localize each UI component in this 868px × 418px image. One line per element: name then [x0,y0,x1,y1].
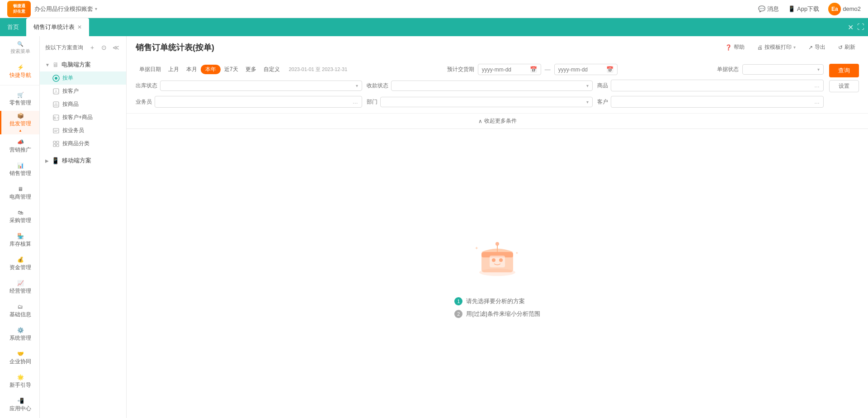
department-select[interactable]: ▾ [380,97,593,107]
out-status-select[interactable]: ▾ [160,81,362,91]
out-status-label: 出库状态 [136,82,157,90]
query-btn[interactable]: 查询 [829,64,859,77]
sales-icon: 📊 [17,162,24,169]
tree-parent-mobile[interactable]: ▶ 📱 移动端方案 [40,154,126,167]
tree-child-by-category[interactable]: 按商品分类 [40,137,126,150]
collapse-bar[interactable]: ∧ 收起更多条件 [127,113,868,128]
sidebar-item-sales[interactable]: 📊 销售管理 [0,158,39,181]
marketing-icon: 📣 [17,139,24,145]
sidebar-item-purchase[interactable]: 🛍 采购管理 [0,205,39,228]
date-7days-btn[interactable]: 近7天 [221,65,242,74]
sidebar-system-label: 系统管理 [9,334,31,342]
goods-label: 商品 [597,82,608,90]
status-select[interactable]: ▾ [742,64,824,75]
message-icon: 💬 [758,5,765,12]
sidebar-item-retail[interactable]: 🛒 零售管理 [0,87,39,111]
sidebar-app-center-label: 应用中心 [9,405,31,413]
panel-collapse-btn[interactable]: ≪ [111,43,121,52]
sidebar-search[interactable]: 🔍 搜索菜单 [0,36,39,60]
refresh-icon: ↺ [838,44,843,51]
settings-btn[interactable]: 设置 [829,80,859,92]
empty-steps: 1 请先选择要分析的方案 2 用[过滤]条件来缩小分析范围 [454,297,540,318]
panel-header-actions: + ⊙ ≪ [87,43,121,52]
tree-child-by-goods-label: 按商品 [62,100,79,108]
tab-close-icon[interactable]: ✕ [77,24,82,30]
tree-child-by-goods[interactable]: 品 按商品 [40,98,126,111]
tab-home[interactable]: 首页 [0,18,26,36]
date-custom-btn[interactable]: 自定义 [260,65,283,74]
svg-rect-13 [53,144,56,147]
empty-step-1-text: 请先选择要分析的方案 [466,297,525,305]
sidebar-item-guide[interactable]: 🌟 新手引导 [0,370,39,393]
date-last-month-btn[interactable]: 上月 [165,65,183,74]
username: demo2 [843,5,861,12]
tab-close-window-icon[interactable]: ✕ [848,23,854,32]
svg-text:品: 品 [54,103,58,107]
calendar-icon-2[interactable]: 📅 [606,66,613,73]
sidebar-item-app-center[interactable]: 📲 应用中心 [0,393,39,417]
goods-col: 商品 … [597,80,824,91]
basic-icon: 🗂 [18,304,23,310]
sidebar-item-ecomm[interactable]: 🖥 电商管理 [0,181,39,205]
svg-point-20 [499,258,503,262]
customer-more-icon[interactable]: … [814,99,820,105]
expected-date-to[interactable]: 📅 [554,64,618,75]
goods-more-icon[interactable]: … [814,82,820,89]
tree-child-by-salesperson[interactable]: 按业务员 [40,124,126,137]
export-icon: ↗ [808,44,813,51]
app-title: 办公用品行业模拟账套 [34,5,93,13]
date-quick-btns: 上月 本月 本年 近7天 更多 自定义 [165,65,283,74]
message-btn[interactable]: 💬 消息 [758,5,779,13]
tab-sales-stat[interactable]: 销售订单统计表 ✕ [26,18,89,36]
date-this-year-btn[interactable]: 本年 [201,65,221,74]
date-this-month-btn[interactable]: 本月 [183,65,201,74]
sidebar-item-enterprise[interactable]: 🤝 企业协同 [0,346,39,370]
svg-rect-18 [490,256,505,267]
sidebar-item-marketing[interactable]: 📣 营销推广 [0,134,39,158]
payment-status-select[interactable]: ▾ [391,81,593,91]
department-arrow-icon: ▾ [586,100,589,104]
tree-child-by-customer[interactable]: 人 按客户 [40,85,126,98]
panel-settings-btn[interactable]: ⊙ [99,43,109,52]
payment-status-col: 收款状态 ▾ [367,80,593,91]
sidebar-item-operation[interactable]: 📈 经营管理 [0,276,39,299]
logo-line1: 畅捷通 [13,4,25,9]
refresh-btn[interactable]: ↺ 刷新 [835,42,859,53]
salesperson-input[interactable]: … [155,96,362,108]
tree-child-by-order[interactable]: 按单 [40,71,126,85]
empty-illustration: ✦ ✦ [468,229,527,288]
sidebar-shortcut[interactable]: ⚡ 快捷导航 [0,60,39,83]
sidebar-item-wholesale[interactable]: 📦 批发管理 ▲ [0,111,39,134]
print-dropdown-icon[interactable]: ▾ [793,45,796,50]
help-btn[interactable]: ❓ 帮助 [722,42,748,53]
phone-icon: 📱 [788,5,795,12]
tree-parent-pc[interactable]: ▼ 🖥 电脑端方案 [40,58,126,71]
tab-expand-icon[interactable]: ⛶ [857,23,864,31]
out-status-arrow-icon: ▾ [356,83,358,88]
svg-point-1 [55,77,57,80]
export-btn[interactable]: ↗ 导出 [805,42,829,53]
app-download-btn[interactable]: 📱 App下载 [788,5,819,13]
panel-add-btn[interactable]: + [87,43,97,52]
sidebar-item-basic[interactable]: 🗂 基础信息 [0,299,39,323]
svg-rect-14 [57,144,59,147]
svg-rect-8 [53,128,59,133]
app-title-dropdown-icon[interactable]: ▾ [95,6,97,11]
date-more-btn[interactable]: 更多 [242,65,260,74]
expected-date-from[interactable]: 📅 [478,64,541,75]
sidebar-item-system[interactable]: ⚙️ 系统管理 [0,323,39,346]
tree-child-by-cust-goods[interactable]: 客+ 按客户+商品 [40,111,126,124]
expected-date-to-input[interactable] [558,66,604,73]
filter-row-1: 单据日期 上月 本月 本年 近7天 更多 自定义 2023-01-01 至 20… [136,64,859,108]
goods-input[interactable]: … [611,80,824,91]
calendar-icon-1[interactable]: 📅 [530,66,537,73]
content-area: 按以下方案查询 + ⊙ ≪ ▼ 🖥 电脑端方案 [40,36,868,418]
sidebar-item-inventory[interactable]: 🏪 库存核算 [0,228,39,252]
sidebar-ecomm-label: 电商管理 [9,193,31,201]
print-btn[interactable]: 🖨 按模板打印 ▾ [754,42,799,53]
customer-input[interactable]: … [611,96,824,108]
sidebar-item-finance[interactable]: 💰 资金管理 [0,252,39,276]
expected-date-from-input[interactable] [482,66,528,73]
user-area[interactable]: Ea demo2 [828,3,861,15]
salesperson-more-icon[interactable]: … [353,99,358,105]
